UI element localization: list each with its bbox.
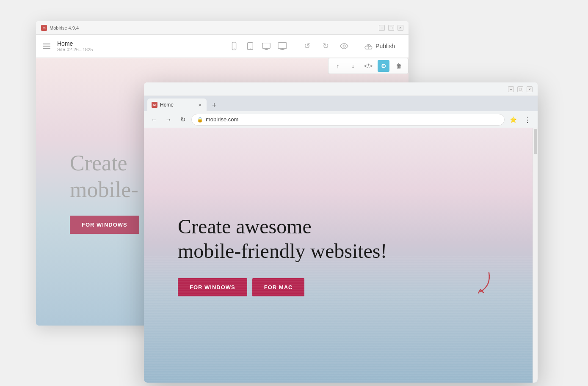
water-ripple-effect (144, 255, 538, 383)
browser-addressbar: ← → ↻ 🔒 mobirise.com ⭐ ⋮ (144, 111, 538, 128)
browser-window-controls: − □ × (508, 86, 533, 92)
publish-label: Publish (375, 43, 395, 49)
small-screen-device-button[interactable] (260, 40, 272, 52)
browser-scrollbar[interactable] (533, 128, 538, 383)
redo-button[interactable]: ↻ (320, 40, 331, 52)
menu-line (43, 46, 50, 47)
browser-menu-button[interactable]: ⋮ (522, 114, 533, 126)
close-button[interactable]: × (398, 25, 403, 31)
code-tool[interactable]: </> (362, 60, 374, 72)
editor-titlebar: m Mobirise 4.9.4 − □ × (36, 21, 409, 35)
settings-tool[interactable]: ⚙ (378, 60, 389, 72)
refresh-button[interactable]: ↻ (177, 114, 189, 126)
download-tool[interactable]: ↓ (347, 60, 359, 72)
browser-window: − □ × M Home × + ← → ↻ 🔒 mobirise.com ⭐ … (144, 82, 538, 383)
tab-label: Home (160, 102, 174, 108)
url-text: mobirise.com (206, 116, 238, 123)
move-up-tool[interactable]: ↑ (332, 60, 344, 72)
svg-rect-0 (232, 42, 236, 50)
hero-section: Create awesome mobile-friendly websites!… (144, 128, 538, 383)
browser-close-button[interactable]: × (527, 86, 533, 92)
url-bar[interactable]: 🔒 mobirise.com (191, 114, 505, 126)
back-nav-button[interactable]: ← (148, 114, 160, 126)
cloud-upload-icon (364, 41, 373, 52)
editor-toolbar: Home Site-02-26...1825 (36, 35, 409, 58)
menu-line (43, 48, 50, 49)
browser-maximize-button[interactable]: □ (517, 86, 523, 92)
maximize-button[interactable]: □ (388, 25, 394, 31)
extension-button[interactable]: ⭐ (507, 114, 519, 126)
svg-point-10 (343, 45, 345, 47)
phone-device-button[interactable] (228, 40, 240, 52)
device-selector (228, 40, 288, 52)
svg-rect-7 (278, 43, 287, 49)
tablet-device-button[interactable] (244, 40, 256, 52)
toolbar-actions: ↺ ↻ Publish (301, 38, 402, 55)
tab-favicon: M (152, 102, 157, 108)
browser-content: Create awesome mobile-friendly websites!… (144, 128, 538, 383)
browser-tab-home[interactable]: M Home × (147, 99, 207, 111)
back-hero-windows-button[interactable]: FOR WINDOWS (70, 216, 139, 234)
browser-tab-bar: M Home × + (144, 96, 538, 111)
tab-close-button[interactable]: × (198, 102, 202, 108)
browser-titlebar: − □ × (144, 82, 538, 96)
menu-icon[interactable] (43, 44, 50, 49)
app-logo: m (41, 25, 47, 31)
lock-icon: 🔒 (197, 117, 203, 123)
site-name: Home (57, 40, 93, 47)
block-toolbar: ↑ ↓ </> ⚙ 🗑 (328, 58, 409, 74)
menu-line (43, 44, 50, 44)
undo-button[interactable]: ↺ (301, 40, 313, 52)
new-tab-button[interactable]: + (208, 99, 220, 111)
preview-button[interactable] (338, 40, 350, 52)
site-info: Home Site-02-26...1825 (57, 40, 93, 52)
window-controls: − □ × (379, 25, 403, 31)
delete-tool[interactable]: 🗑 (393, 60, 405, 72)
minimize-button[interactable]: − (379, 25, 385, 31)
svg-rect-4 (262, 43, 270, 49)
scrollbar-thumb[interactable] (534, 129, 537, 154)
app-title: Mobirise 4.9.4 (50, 25, 79, 30)
browser-minimize-button[interactable]: − (508, 86, 514, 92)
forward-nav-button[interactable]: → (163, 114, 174, 126)
back-hero-title: Create mobile- (70, 150, 138, 203)
desktop-device-button[interactable] (276, 40, 288, 52)
publish-button[interactable]: Publish (357, 38, 402, 55)
site-id: Site-02-26...1825 (57, 47, 93, 52)
